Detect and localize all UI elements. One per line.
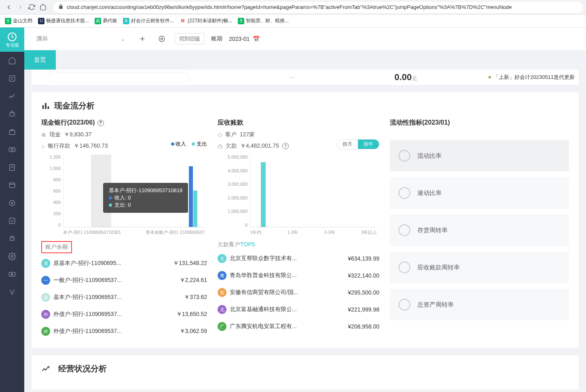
- search-placeholder[interactable]: [48, 72, 189, 83]
- account-row[interactable]: 外外债户-招行-1109069537...￥3,062.59: [41, 323, 207, 340]
- account-row[interactable]: 基基本户-招行-1109069537...￥373.62: [41, 289, 207, 306]
- period-label: 账期: [211, 35, 222, 42]
- svg-point-18: [399, 150, 410, 161]
- cashflow-panel: 现金流分析 现金银行(2023/06) ? ⊕ 现金 ￥9,830.37 ⌂ 银…: [32, 92, 579, 348]
- svg-rect-7: [9, 183, 15, 188]
- chart-bar: [193, 191, 197, 227]
- metric-card[interactable]: 存货周转率: [390, 214, 569, 246]
- debt-stat: ◷ 欠款 ￥4,482,001.75 ?: [218, 142, 289, 150]
- lock-icon: [58, 4, 63, 11]
- bookmark-item[interactable]: U畅捷通信息技术股...: [38, 17, 89, 24]
- section-title: 流动性指标(2023/01): [390, 119, 569, 127]
- bank-icon: ⌂: [41, 143, 44, 149]
- bookmark-item[interactable]: S金山文档: [5, 17, 32, 24]
- home-button[interactable]: [37, 2, 49, 13]
- bookmark-item[interactable]: S智能票、财、税推...: [238, 17, 289, 24]
- svg-point-21: [399, 262, 410, 273]
- toggle-month[interactable]: 按月: [337, 140, 358, 149]
- chart-bar: [261, 162, 266, 227]
- url-text: cloud.chanjet.com/accounting/uw1eb00zy96…: [67, 4, 512, 10]
- cash-stat: ⊕ 现金 ￥9,830.37: [41, 131, 207, 138]
- user-icon: ◇: [218, 131, 222, 138]
- url-bar[interactable]: cloud.chanjet.com/accounting/uw1eb00zy96…: [53, 2, 583, 13]
- chart-legend: 收入 支出: [171, 140, 207, 148]
- chart-tooltip: 基本户-招行-110906953710818 收入: 0 支出: 0: [103, 183, 188, 213]
- nav-voucher-icon[interactable]: [0, 70, 24, 87]
- panel-title: 经营状况分析: [41, 363, 569, 374]
- svg-point-19: [399, 188, 410, 199]
- debtor-row[interactable]: 广广东腾安机电安装工程有...¥208,958.00: [218, 318, 379, 335]
- receivable-section: 应收账款 ◇ 客户 127家 ◷ 欠款 ￥4,482,001.75 ? 按月: [218, 119, 379, 340]
- bookmark-item[interactable]: M(227封未读邮件)畅...: [180, 17, 232, 24]
- nav-home-icon[interactable]: [0, 52, 24, 70]
- nav-report-icon[interactable]: [0, 87, 24, 105]
- section-title: 现金银行(2023/06) ?: [41, 119, 207, 127]
- company-select[interactable]: 演示 ⌄: [32, 32, 129, 45]
- svg-rect-3: [9, 131, 15, 135]
- section-title: 应收账款: [218, 119, 379, 127]
- old-version-button[interactable]: 切到旧版: [175, 33, 205, 44]
- metric-card[interactable]: 流动比率: [390, 140, 569, 172]
- help-icon[interactable]: ?: [97, 120, 104, 126]
- nav-tax-icon[interactable]: [0, 176, 24, 194]
- settings-button[interactable]: [155, 32, 168, 45]
- summary-card: -- 0.00元 「上新」好会计20230511迭代更新: [32, 70, 579, 85]
- metrics-section: 流动性指标(2023/01) 流动比率速动比率存货周转率应收账款周转率总资产周转…: [390, 119, 569, 340]
- trend-icon: [41, 364, 50, 373]
- browser-toolbar: cloud.chanjet.com/accounting/uw1eb00zy96…: [0, 0, 586, 15]
- svg-point-20: [399, 225, 410, 236]
- period-value[interactable]: 2023-01 📅: [229, 36, 260, 42]
- account-row[interactable]: 原原基本户-招行-11090695...￥131,548.22: [41, 255, 207, 272]
- deposit-stat: ⌂ 银行存款 ￥146,760.73: [41, 142, 108, 150]
- debtor-row[interactable]: 北北京互帮联众数字技术有...¥634,139.99: [218, 250, 379, 267]
- svg-rect-16: [45, 103, 47, 109]
- nav-salary-icon[interactable]: [0, 141, 24, 159]
- metric-card[interactable]: 应收账款周转率: [390, 252, 569, 283]
- back-button[interactable]: [3, 2, 15, 13]
- debtor-row[interactable]: 青青岛华胜普金科技有限公...¥322,140.00: [218, 267, 379, 284]
- nav-invoice-icon[interactable]: [0, 159, 24, 176]
- calendar-icon: 📅: [251, 36, 260, 42]
- tab-home[interactable]: 首页: [24, 50, 56, 70]
- period-toggle: 按月 按年: [336, 139, 379, 149]
- metric-card[interactable]: 速动比率: [390, 177, 569, 209]
- left-sidebar: 专业版: [0, 28, 24, 392]
- chevron-down-icon: ⌄: [121, 36, 125, 42]
- panel-title: 现金流分析: [41, 100, 569, 111]
- help-icon[interactable]: ?: [282, 143, 289, 149]
- nav-settings-icon[interactable]: [0, 248, 24, 265]
- reload-button[interactable]: [26, 2, 37, 13]
- bar-chart-icon: [41, 102, 50, 110]
- debtor-row[interactable]: 北北京富基融通科技有限公...¥221,999.98: [218, 301, 379, 318]
- app-logo[interactable]: 专业版: [0, 28, 24, 52]
- debtor-row[interactable]: 安安徽有信商贸有限公司/国...¥295,500.00: [218, 284, 379, 301]
- account-row[interactable]: 一一般户-招行-1109069537...￥2,224.61: [41, 272, 207, 289]
- ar-chart[interactable]: 5,000,0004,000,0003,000,0002,000,0001,00…: [218, 155, 379, 235]
- svg-point-22: [399, 299, 410, 310]
- forward-button[interactable]: [15, 2, 26, 13]
- add-button[interactable]: [136, 32, 149, 45]
- top-toolbar: 演示 ⌄ 切到旧版 账期 2023-01 📅: [24, 28, 586, 50]
- svg-rect-2: [10, 113, 15, 116]
- bank-chart[interactable]: 1,2001,0008006004002000 基本户-招行-110906953…: [41, 155, 207, 235]
- nav-closing-icon[interactable]: [0, 212, 24, 230]
- clock-icon: ◷: [218, 143, 222, 149]
- toggle-year[interactable]: 按年: [358, 140, 379, 149]
- svg-rect-17: [48, 106, 49, 108]
- chart-bar: [189, 166, 193, 227]
- bookmark-item[interactable]: 易易代账: [95, 17, 117, 24]
- nav-v-icon[interactable]: [0, 283, 24, 301]
- bookmark-item[interactable]: A好会计云财务软件...: [123, 17, 174, 24]
- zero-amount: 0.00元: [394, 72, 417, 83]
- news-ticker[interactable]: 「上新」好会计20230511迭代更新: [489, 74, 575, 81]
- nav-funds-icon[interactable]: [0, 105, 24, 123]
- accounts-heading: 账户余额: [41, 241, 207, 253]
- metric-card[interactable]: 总资产周转率: [390, 289, 569, 320]
- account-row[interactable]: 外外债户-招行-1109069537...￥13,650.52: [41, 306, 207, 323]
- nav-print-icon[interactable]: [0, 230, 24, 248]
- top5-heading: 欠款客户TOP5: [218, 241, 379, 248]
- nav-video-icon[interactable]: [0, 265, 24, 283]
- svg-point-14: [159, 36, 165, 42]
- nav-assets-icon[interactable]: [0, 123, 24, 141]
- nav-archive-icon[interactable]: [0, 194, 24, 212]
